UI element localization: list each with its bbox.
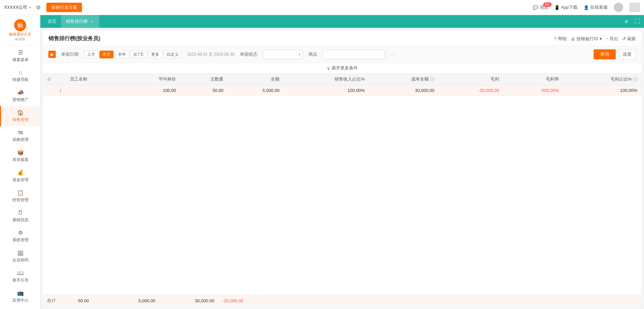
tab-close-all-button[interactable]: ✕ xyxy=(623,17,630,26)
tab-close-button[interactable]: × xyxy=(90,19,94,24)
tab-bar: 首页 销售排行榜 × ✕ ⛶ xyxy=(40,15,644,28)
app-label: App下载 xyxy=(561,4,577,10)
table-header-row: ⚙ 员工名称 平均单价 主数量 全额 销售收入占比% 成本全额 ? xyxy=(43,73,641,85)
col-amount: 全额 xyxy=(227,73,284,85)
date-7days-btn[interactable]: 近7天 xyxy=(130,51,147,58)
purchase-icon: 🛍 xyxy=(18,130,23,136)
sidebar-label-operations: 经营管理 xyxy=(12,197,29,203)
tab-home-label: 首页 xyxy=(48,18,56,24)
profit-pct-hint-icon[interactable]: ? xyxy=(633,77,637,82)
print-icon: 🖨 xyxy=(571,36,575,41)
sidebar-item-quick-nav[interactable]: ⌂ 快捷导航 xyxy=(0,66,40,86)
user-menu[interactable] xyxy=(629,3,640,12)
row-sales-pct-cell: 100.00% xyxy=(284,85,369,96)
goods-label: 商品 xyxy=(308,51,317,57)
row-amount-cell: 5,000.00 xyxy=(227,85,284,96)
footer-label: 合计 xyxy=(47,298,74,304)
avatar[interactable] xyxy=(614,3,623,12)
page-actions: ? 帮助 🖨 按模板打印 ▾ ↑ 导出 ↺ 刷新 xyxy=(554,36,636,42)
page-header: 销售排行榜(按业务员) ? 帮助 🖨 按模板打印 ▾ ↑ 导出 xyxy=(43,31,641,46)
tab-sales-rank-label: 销售排行榜 xyxy=(66,18,88,24)
help-button[interactable]: ? 帮助 xyxy=(554,36,566,42)
data-table: ⚙ 员工名称 平均单价 主数量 全额 销售收入占比% 成本全额 ? xyxy=(43,73,641,96)
status-select[interactable] xyxy=(263,50,303,59)
tab-bar-right: ✕ ⛶ xyxy=(623,17,641,26)
tab-home[interactable]: 首页 xyxy=(43,15,61,28)
sidebar-item-enterprise[interactable]: 🏢 企业协同 xyxy=(0,246,40,266)
table-body: 1 100.00 50.00 5,000.00 100.00% 30,000.0… xyxy=(43,85,641,96)
finance-icon: 💰 xyxy=(17,169,24,176)
guide-icon: 📖 xyxy=(17,270,24,276)
col-name: 员工名称 xyxy=(66,73,123,85)
expand-more-button[interactable]: ∨ 展开更多条件 xyxy=(327,65,358,71)
sidebar-item-finance[interactable]: 💰 资金管理 xyxy=(0,166,40,186)
sidebar-item-inventory[interactable]: 📦 库存核算 xyxy=(0,146,40,166)
sidebar-item-guide[interactable]: 📖 新手引导 xyxy=(0,266,40,287)
cost-hint-icon[interactable]: ? xyxy=(430,77,434,82)
sidebar-item-wechat[interactable]: 💬 企业微信 xyxy=(0,307,40,309)
footer-qty: 50.00 xyxy=(74,298,134,303)
goods-input[interactable] xyxy=(323,50,385,59)
query-button[interactable]: 查询 xyxy=(594,49,616,59)
print-button[interactable]: 🖨 按模板打印 ▾ xyxy=(571,36,602,42)
refresh-icon: ↺ xyxy=(622,36,626,41)
marketing-icon: 📣 xyxy=(17,89,24,96)
top-bar-right: 💬 消息 99+ 📱 App下载 👤 在线客服 xyxy=(533,3,640,12)
sidebar-label-appstore: 应用中心 xyxy=(12,298,29,303)
company-chevron: ▾ xyxy=(29,6,31,9)
status-select-wrapper: ▾ xyxy=(263,50,303,59)
refresh-button[interactable]: ↺ 刷新 xyxy=(622,36,636,42)
trial-button[interactable]: 体验行业方案 xyxy=(46,3,82,12)
row-rank-cell: 1 xyxy=(55,85,66,96)
sidebar-item-search[interactable]: ☰ 搜索菜单 xyxy=(0,46,40,66)
sidebar-label-sales: 销售管理 xyxy=(12,117,29,123)
footer-profit: -25,000.00 xyxy=(218,298,247,303)
logo-sub: 标准版 xyxy=(15,37,25,42)
message-badge: 99+ xyxy=(543,2,552,7)
date-custom-btn[interactable]: 自定义 xyxy=(164,51,182,58)
date-last-month-btn[interactable]: 上月 xyxy=(84,51,98,58)
operations-icon: 📋 xyxy=(17,190,24,196)
sidebar-label-marketing: 营销推广 xyxy=(12,97,29,103)
sidebar-label-search: 搜索菜单 xyxy=(12,57,29,63)
col-profit-rate: 毛利率 xyxy=(503,73,563,85)
sidebar-item-marketing[interactable]: 📣 营销推广 xyxy=(0,86,40,106)
sidebar-label-enterprise: 企业协同 xyxy=(12,257,29,263)
sidebar-item-basic-info[interactable]: 🗒 基础信息 xyxy=(0,206,40,226)
filter-settings-button[interactable]: 设置 xyxy=(618,49,636,59)
tab-expand-button[interactable]: ⛶ xyxy=(633,17,641,26)
app-download-button[interactable]: 📱 App下载 xyxy=(554,4,577,10)
date-more-btn[interactable]: 更多 xyxy=(148,51,162,58)
appstore-icon: 📺 xyxy=(17,290,24,296)
sidebar-item-appstore[interactable]: 📺 应用中心 xyxy=(0,287,40,307)
col-rank xyxy=(55,73,66,85)
tab-sales-rank[interactable]: 销售排行榜 × xyxy=(61,15,99,28)
print-chevron: ▾ xyxy=(600,36,602,41)
settings-gear-button[interactable]: ⚙ xyxy=(34,3,43,12)
sidebar-item-system[interactable]: ⚙ 系统管理 xyxy=(0,226,40,246)
goods-more-icon[interactable]: ··· xyxy=(390,52,394,57)
sidebar-item-purchase[interactable]: 🛍 采购管理 xyxy=(0,126,40,146)
search-menu-icon: ☰ xyxy=(18,49,23,56)
service-label: 在线客服 xyxy=(590,4,608,10)
company-selector[interactable]: XXXXX公司 ▾ xyxy=(4,4,31,10)
row-cost-cell: 30,000.00 xyxy=(369,85,438,96)
date-this-year-btn[interactable]: 本年 xyxy=(115,51,129,58)
sidebar-item-operations[interactable]: 📋 经营管理 xyxy=(0,186,40,206)
row-settings-cell xyxy=(43,85,55,96)
sidebar-item-sales[interactable]: 🏠 销售管理 xyxy=(0,106,40,126)
col-avg-price: 平均单价 xyxy=(123,73,180,85)
sidebar: 畅 畅康通好生意 标准版 ☰ 搜索菜单 ⌂ 快捷导航 📣 营销推广 🏠 销售管理… xyxy=(0,15,40,309)
export-button[interactable]: ↑ 导出 xyxy=(606,36,618,42)
export-icon: ↑ xyxy=(606,36,608,41)
logo-text: 畅康通好生意 xyxy=(9,32,31,37)
date-range-display: 2023-06-01 至 2023-06-30 xyxy=(187,52,234,57)
content-area: 首页 销售排行榜 × ✕ ⛶ 销售排行榜(按业务员) ? 帮助 xyxy=(40,15,644,309)
filter-expand-arrow[interactable]: ▶ xyxy=(48,51,56,58)
online-service-button[interactable]: 👤 在线客服 xyxy=(584,4,608,10)
date-this-month-btn[interactable]: 本月 xyxy=(99,51,114,58)
message-button[interactable]: 💬 消息 99+ xyxy=(533,4,548,10)
page-title: 销售排行榜(按业务员) xyxy=(48,35,100,42)
sidebar-label-inventory: 库存核算 xyxy=(12,157,29,163)
sidebar-label-guide: 新手引导 xyxy=(12,277,29,283)
